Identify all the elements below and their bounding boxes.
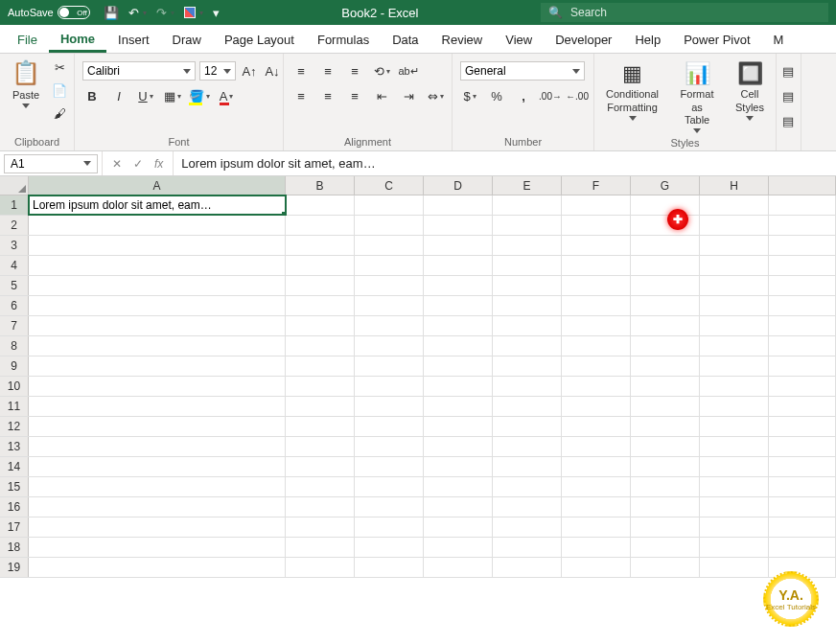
cell[interactable] <box>355 477 424 496</box>
cell[interactable] <box>286 377 355 396</box>
row-header[interactable]: 14 <box>0 457 29 476</box>
tab-power-pivot[interactable]: Power Pivot <box>672 27 761 53</box>
cell[interactable] <box>769 296 836 315</box>
row-header[interactable]: 8 <box>0 336 29 356</box>
cell[interactable] <box>29 477 286 496</box>
cancel-formula-icon[interactable]: ✕ <box>112 157 122 171</box>
tab-review[interactable]: Review <box>430 27 495 53</box>
align-bottom-icon[interactable]: ≡ <box>345 61 364 80</box>
italic-button[interactable]: I <box>109 86 128 105</box>
cell[interactable] <box>700 437 769 456</box>
row-header[interactable]: 1 <box>0 196 29 215</box>
cell[interactable] <box>562 316 631 335</box>
cell[interactable] <box>700 377 769 396</box>
cell[interactable] <box>286 558 355 577</box>
format-as-table-button[interactable]: 📊 Format as Table <box>670 59 724 135</box>
orientation-button[interactable]: ⟲▾ <box>372 61 391 80</box>
cell[interactable] <box>769 256 836 275</box>
cell[interactable] <box>700 316 769 335</box>
tab-page-layout[interactable]: Page Layout <box>213 27 306 53</box>
cell[interactable] <box>355 196 424 215</box>
cell[interactable] <box>631 196 700 215</box>
tab-view[interactable]: View <box>494 27 544 53</box>
cell[interactable] <box>631 336 700 356</box>
qat-overflow[interactable]: ▾ <box>213 6 220 20</box>
delete-cells-icon[interactable]: ▤ <box>778 86 798 105</box>
cell[interactable] <box>424 196 493 215</box>
cell[interactable] <box>769 437 836 456</box>
cell[interactable] <box>29 397 286 416</box>
cut-button[interactable]: ✂ <box>50 58 69 77</box>
cell[interactable] <box>286 236 355 255</box>
cell[interactable] <box>769 518 836 537</box>
cell[interactable] <box>286 437 355 456</box>
cell[interactable] <box>493 497 562 517</box>
cell[interactable] <box>631 316 700 335</box>
decrease-indent-icon[interactable]: ⇤ <box>372 86 391 105</box>
cell[interactable] <box>769 216 836 235</box>
cell[interactable] <box>355 356 424 376</box>
decrease-decimal-icon[interactable]: ←.00 <box>568 86 587 105</box>
row-header[interactable]: 2 <box>0 216 29 235</box>
cell[interactable] <box>355 558 424 577</box>
cell[interactable] <box>286 417 355 436</box>
cell[interactable] <box>286 316 355 335</box>
cell[interactable] <box>631 437 700 456</box>
cell[interactable] <box>29 236 286 255</box>
increase-indent-icon[interactable]: ⇥ <box>399 86 418 105</box>
cell[interactable] <box>769 196 836 215</box>
cell[interactable] <box>424 538 493 557</box>
percent-button[interactable]: % <box>487 86 506 105</box>
cell[interactable] <box>631 457 700 476</box>
cell[interactable] <box>700 497 769 517</box>
insert-cells-icon[interactable]: ▤ <box>778 61 798 80</box>
cell[interactable] <box>631 538 700 557</box>
cell[interactable] <box>700 477 769 496</box>
cell[interactable] <box>562 356 631 376</box>
cell[interactable] <box>631 356 700 376</box>
align-right-icon[interactable]: ≡ <box>345 86 364 105</box>
cell[interactable] <box>424 518 493 537</box>
cell[interactable] <box>631 377 700 396</box>
wrap-text-button[interactable]: ab↵ <box>399 61 418 80</box>
cell[interactable] <box>286 336 355 356</box>
cell[interactable] <box>769 417 836 436</box>
cell[interactable] <box>631 296 700 315</box>
cell[interactable] <box>562 296 631 315</box>
cell[interactable] <box>29 256 286 275</box>
cell[interactable] <box>700 457 769 476</box>
cell[interactable] <box>355 397 424 416</box>
cell[interactable] <box>700 196 769 215</box>
cell[interactable] <box>493 256 562 275</box>
cell[interactable] <box>562 336 631 356</box>
cell[interactable] <box>700 538 769 557</box>
cell[interactable] <box>29 457 286 476</box>
font-size-select[interactable]: 12 <box>199 61 236 80</box>
cell[interactable] <box>29 276 286 295</box>
cell[interactable] <box>355 457 424 476</box>
cell[interactable] <box>631 477 700 496</box>
cell[interactable] <box>355 497 424 517</box>
cell[interactable] <box>493 196 562 215</box>
cell[interactable] <box>631 216 700 235</box>
cell[interactable] <box>562 256 631 275</box>
merge-button[interactable]: ⇔▾ <box>426 86 445 105</box>
cell[interactable] <box>29 538 286 557</box>
col-header[interactable]: B <box>286 176 355 195</box>
cell[interactable] <box>424 276 493 295</box>
cell[interactable] <box>493 477 562 496</box>
cell[interactable] <box>424 316 493 335</box>
cell[interactable] <box>493 377 562 396</box>
row-header[interactable]: 18 <box>0 538 29 557</box>
cell[interactable] <box>355 316 424 335</box>
cell[interactable] <box>29 518 286 537</box>
cell[interactable] <box>769 397 836 416</box>
col-header[interactable]: G <box>631 176 700 195</box>
cell[interactable] <box>355 336 424 356</box>
cell[interactable] <box>355 256 424 275</box>
tab-formulas[interactable]: Formulas <box>306 27 381 53</box>
cell[interactable] <box>424 296 493 315</box>
row-header[interactable]: 9 <box>0 356 29 376</box>
cell[interactable] <box>700 296 769 315</box>
tab-draw[interactable]: Draw <box>161 27 213 53</box>
